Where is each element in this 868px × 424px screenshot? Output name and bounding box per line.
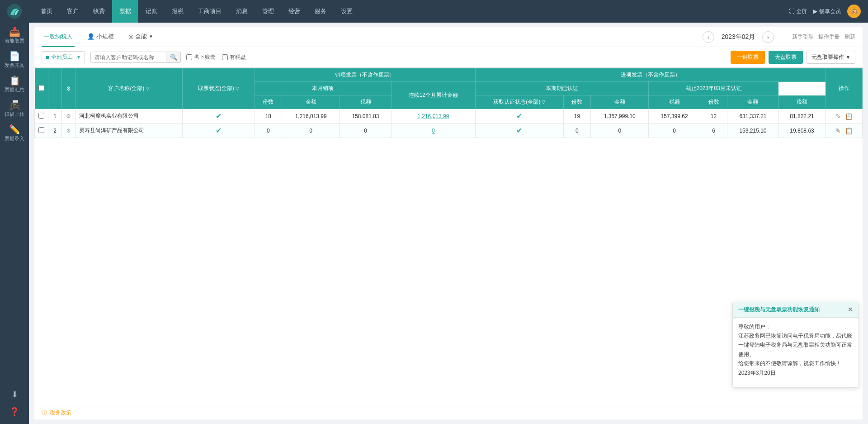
tab-general[interactable]: 一般纳税人 — [42, 27, 75, 47]
no-disk-ops-btn[interactable]: 无盘取票操作 ▼ — [807, 51, 855, 64]
nav-home[interactable]: 首页 — [33, 0, 60, 23]
notification-line: 给您带来的不便敬请谅解，祝您工作愉快！ — [738, 359, 853, 368]
sidebar-item-data-entry[interactable]: ✏️ 票据录入 — [0, 120, 29, 145]
sidebar-item-smart-fetch[interactable]: 📥 智能取票 — [0, 23, 29, 47]
manual-link[interactable]: 操作手册 — [818, 33, 840, 41]
sidebar-item-invoice-open[interactable]: 📄 发票开具 — [0, 47, 29, 71]
th-until-march: 截止2023年03月未认证 — [649, 82, 778, 95]
prev-month-btn[interactable]: ‹ — [703, 31, 714, 43]
tab-small[interactable]: 👤 小规模 — [85, 27, 116, 47]
edit-icon[interactable]: ✎ — [835, 113, 841, 120]
row-checkbox-cell[interactable] — [35, 109, 48, 124]
fullscreen-btn[interactable]: ⛶ 全屏 — [789, 8, 807, 15]
filter-right: 一键取票 无盘取票 无盘取票操作 ▼ — [731, 51, 855, 64]
th-this-month: 本月销项 — [255, 82, 391, 95]
row-sales-tax: 158,081.83 — [340, 109, 391, 124]
tax-policy-link[interactable]: 税务政策 — [50, 409, 71, 417]
nav-finance[interactable]: 经营 — [281, 0, 307, 23]
row-purchase-period-tax: 157,399.62 — [649, 109, 700, 124]
search-button[interactable]: 🔍 — [166, 52, 181, 62]
nav-service[interactable]: 服务 — [307, 0, 334, 23]
notification-close-btn[interactable]: ✕ — [848, 306, 853, 313]
sidebar-bottom: ⬇ ❓ — [0, 385, 29, 424]
data-entry-icon: ✏️ — [9, 125, 20, 134]
employee-select[interactable]: 全部员工 ▼ — [42, 51, 85, 63]
sidebar-item-invoice-summary[interactable]: 📋 票据汇总 — [0, 71, 29, 96]
customer-search-input[interactable] — [91, 52, 166, 62]
row-actions: ✎ 📋 — [826, 109, 863, 124]
user-avatar[interactable]: 🐵 — [847, 5, 861, 18]
sidebar-item-scan-upload[interactable]: 📠 扫描上传 — [0, 96, 29, 120]
chevron-down-icon: ▼ — [76, 55, 81, 60]
row-purchase-until-count: 6 — [700, 124, 727, 138]
select-all-checkbox[interactable] — [38, 85, 44, 91]
row-sales-count: 18 — [255, 109, 282, 124]
new-guide-link[interactable]: 新手引导 — [792, 33, 814, 41]
row-verify-status: ✔ — [475, 109, 563, 124]
row-checkbox-cell[interactable] — [35, 124, 48, 138]
refresh-link[interactable]: 刷新 — [844, 33, 855, 41]
row-purchase-until-amount: 153,215.10 — [727, 124, 778, 138]
notification-popup: 一键报税与无盘取票功能恢复通知 ✕ 尊敬的用户：江苏政务网已恢复访问电子税务局功… — [732, 302, 859, 388]
filter-icon2: ▽ — [236, 86, 239, 91]
th-purchase-period-tax: 税额 — [649, 95, 700, 109]
tab-all[interactable]: ◎ 全能 ▼ — [127, 27, 155, 47]
row-sales-amount: 0 — [282, 124, 340, 138]
notification-footer — [733, 382, 859, 387]
one-click-fetch-btn[interactable]: 一键取票 — [731, 51, 765, 64]
row-customer: 灵寿县尚泽矿产品有限公司 — [75, 124, 183, 138]
nav-invoice[interactable]: 票据 — [112, 0, 138, 23]
th-index — [48, 68, 62, 109]
nav-management[interactable]: 管理 — [255, 0, 281, 23]
download-icon: ⬇ — [11, 390, 18, 400]
help-icon: ❓ — [9, 407, 19, 417]
th-checkbox — [35, 68, 48, 109]
row-sales-amount: 1,216,013.99 — [282, 109, 340, 124]
row-purchase-until-amount: 631,337.21 — [727, 109, 778, 124]
nav-customer[interactable]: 客户 — [60, 0, 86, 23]
row-settings[interactable]: ⚙ — [62, 109, 75, 124]
th-purchase-period-count: 份数 — [563, 95, 590, 109]
nav-tax[interactable]: 报税 — [165, 0, 191, 23]
row-purchase-period-count: 0 — [563, 124, 590, 138]
notification-header: 一键报税与无盘取票功能恢复通知 ✕ — [733, 302, 859, 318]
row-checkbox[interactable] — [38, 127, 44, 133]
dot-icon — [46, 56, 49, 59]
nav-revenue[interactable]: 收费 — [86, 0, 112, 23]
checkbox-account-label[interactable]: 名下账套 — [186, 53, 216, 61]
detail-icon[interactable]: 📋 — [845, 113, 853, 120]
nav-bookkeeping[interactable]: 记账 — [138, 0, 165, 23]
nav-message[interactable]: 消息 — [229, 0, 255, 23]
notification-line: 江苏政务网已恢复访问电子税务局功能，易代账一键登陆电子税务局与无盘取票相关功能可… — [738, 331, 853, 359]
member-btn[interactable]: ▶ 畅享会员 — [813, 8, 841, 15]
th-customer: 客户名称(全部) ▽ — [75, 68, 183, 109]
sidebar: 📥 智能取票 📄 发票开具 📋 票据汇总 📠 扫描上传 ✏️ 票据录入 ⬇ ❓ — [0, 0, 29, 424]
edit-icon[interactable]: ✎ — [835, 127, 841, 134]
next-month-btn[interactable]: › — [762, 31, 774, 43]
app-logo — [0, 0, 29, 23]
no-disk-fetch-btn[interactable]: 无盘取票 — [769, 51, 803, 64]
row-purchase-period-count: 19 — [563, 109, 590, 124]
checkbox-taxdisk-label[interactable]: 有税盘 — [222, 53, 246, 61]
row-settings[interactable]: ⚙ — [62, 124, 75, 138]
nav-settings[interactable]: 设置 — [334, 0, 360, 23]
table-row: 1 ⚙ 河北柯摩枫实业有限公司 ✔ 18 1,216,013.99 158,08… — [35, 109, 863, 124]
checkbox-account[interactable] — [186, 54, 192, 60]
row-checkbox[interactable] — [38, 113, 44, 119]
detail-icon[interactable]: 📋 — [845, 127, 853, 134]
sidebar-item-download[interactable]: ⬇ — [0, 385, 29, 402]
row-12m-amount[interactable]: 1,216,013.99 — [391, 109, 475, 124]
row-sales-tax: 0 — [340, 124, 391, 138]
sidebar-item-help[interactable]: ❓ — [0, 402, 29, 419]
th-sales-group: 销项发票（不含作废票） — [255, 68, 475, 82]
row-index: 2 — [48, 124, 62, 138]
row-purchase-until-count: 12 — [700, 109, 727, 124]
notification-content: 尊敬的用户：江苏政务网已恢复访问电子税务局功能，易代账一键登陆电子税务局与无盘取… — [738, 322, 853, 377]
nav-business[interactable]: 工商项目 — [191, 0, 229, 23]
th-settings: ⚙ — [62, 68, 75, 109]
row-12m-amount[interactable]: 0 — [391, 124, 475, 138]
scan-upload-icon: 📠 — [9, 100, 20, 110]
search-wrap: 🔍 — [90, 52, 181, 63]
row-fetch-status: ✔ — [183, 124, 255, 138]
checkbox-taxdisk[interactable] — [222, 54, 228, 60]
